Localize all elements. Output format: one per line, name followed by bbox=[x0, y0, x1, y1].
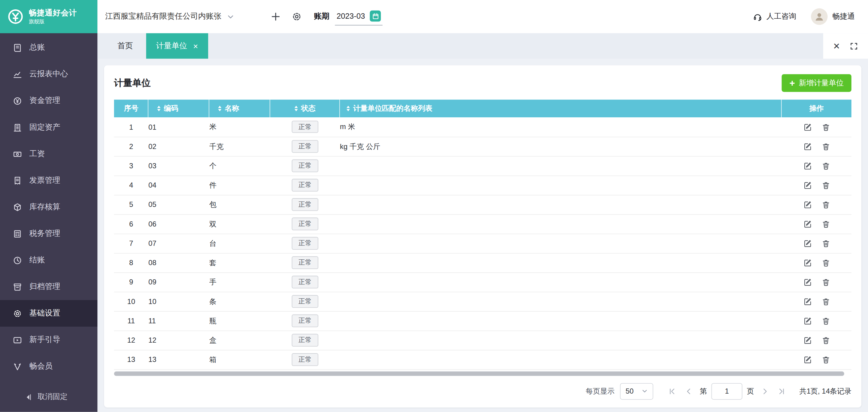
sidebar-item-2[interactable]: 云报表中心 bbox=[0, 61, 97, 88]
add-unit-button[interactable]: + 新增计量单位 bbox=[782, 74, 851, 92]
column-label: 操作 bbox=[809, 103, 824, 114]
prev-page-icon[interactable] bbox=[682, 385, 695, 398]
tab-2[interactable]: 计量单位× bbox=[146, 33, 208, 59]
sort-icon[interactable] bbox=[294, 106, 298, 111]
topbar-right: 人工咨询 畅捷通 bbox=[752, 8, 855, 25]
edit-icon[interactable] bbox=[803, 355, 812, 364]
sort-icon[interactable] bbox=[346, 106, 350, 111]
edit-icon[interactable] bbox=[803, 123, 812, 131]
sidebar-item-label: 资金管理 bbox=[29, 96, 60, 106]
delete-icon[interactable] bbox=[821, 278, 830, 287]
sort-icon[interactable] bbox=[218, 106, 221, 111]
edit-icon[interactable] bbox=[803, 220, 812, 228]
delete-icon[interactable] bbox=[821, 297, 830, 306]
sidebar-item-7[interactable]: 库存核算 bbox=[0, 194, 97, 220]
invoice-icon bbox=[13, 176, 22, 185]
column-header-2[interactable]: 编码 bbox=[148, 99, 209, 117]
gear-icon[interactable] bbox=[292, 12, 302, 22]
sidebar-item-10[interactable]: 归档管理 bbox=[0, 274, 97, 300]
delete-icon[interactable] bbox=[821, 355, 830, 364]
sidebar-item-11[interactable]: 基础设置 bbox=[0, 300, 97, 327]
unpin-sidebar-button[interactable]: 取消固定 bbox=[0, 382, 97, 412]
page-number-input[interactable] bbox=[711, 383, 743, 399]
edit-icon[interactable] bbox=[803, 297, 812, 306]
sidebar-item-6[interactable]: 发票管理 bbox=[0, 167, 97, 194]
next-page-icon[interactable] bbox=[758, 385, 772, 398]
fullscreen-icon[interactable] bbox=[849, 42, 858, 51]
per-page-label: 每页显示 bbox=[586, 386, 614, 396]
sidebar-item-12[interactable]: 新手引导 bbox=[0, 327, 97, 353]
delete-icon[interactable] bbox=[821, 220, 830, 228]
sidebar-item-9[interactable]: 结账 bbox=[0, 247, 97, 274]
cell-seq: 11 bbox=[114, 311, 148, 330]
avatar[interactable] bbox=[811, 8, 827, 25]
cell-actions bbox=[782, 330, 851, 350]
edit-icon[interactable] bbox=[803, 200, 812, 209]
sidebar-item-3[interactable]: 资金管理 bbox=[0, 88, 97, 114]
username[interactable]: 畅捷通 bbox=[832, 12, 855, 22]
calendar-icon bbox=[370, 10, 381, 22]
status-badge: 正常 bbox=[292, 276, 318, 288]
cell-actions bbox=[782, 137, 851, 156]
add-account-icon[interactable] bbox=[271, 12, 281, 22]
support-button[interactable]: 人工咨询 bbox=[752, 12, 796, 22]
tab-close-icon[interactable]: × bbox=[193, 42, 198, 51]
edit-icon[interactable] bbox=[803, 258, 812, 267]
tab-bar: 首页计量单位× bbox=[104, 33, 208, 59]
add-unit-button-label: 新增计量单位 bbox=[799, 78, 844, 88]
delete-icon[interactable] bbox=[821, 336, 830, 345]
delete-icon[interactable] bbox=[821, 317, 830, 325]
column-header-6: 操作 bbox=[782, 99, 851, 117]
sidebar-item-1[interactable]: 总账 bbox=[0, 34, 97, 61]
cell-code: 09 bbox=[148, 272, 209, 292]
close-tab-icon[interactable]: × bbox=[833, 40, 840, 52]
edit-icon[interactable] bbox=[803, 142, 812, 151]
delete-icon[interactable] bbox=[821, 239, 830, 248]
page-suffix: 页 bbox=[747, 386, 754, 396]
delete-icon[interactable] bbox=[821, 258, 830, 267]
period-picker[interactable]: 2023-03 bbox=[335, 8, 383, 26]
salary-icon bbox=[13, 149, 22, 159]
column-header-5[interactable]: 计量单位匹配的名称列表 bbox=[340, 99, 782, 117]
sidebar-item-4[interactable]: 固定资产 bbox=[0, 114, 97, 140]
company-selector[interactable]: 江西服宝精品有限责任公司内账张 bbox=[105, 12, 234, 22]
delete-icon[interactable] bbox=[821, 123, 830, 131]
cell-aliases bbox=[340, 253, 782, 272]
first-page-icon[interactable] bbox=[665, 385, 679, 398]
cell-status: 正常 bbox=[270, 272, 340, 292]
edit-icon[interactable] bbox=[803, 317, 812, 325]
table-header-row: 序号编码名称状态计量单位匹配的名称列表操作 bbox=[114, 99, 851, 117]
cell-aliases bbox=[340, 311, 782, 330]
table-row-12: 1212盒正常 bbox=[114, 330, 851, 350]
scrollbar-thumb[interactable] bbox=[114, 371, 844, 376]
cell-aliases bbox=[340, 330, 782, 350]
sidebar-item-label: 云报表中心 bbox=[29, 69, 68, 79]
cell-actions bbox=[782, 234, 851, 253]
sort-icon[interactable] bbox=[157, 106, 160, 111]
status-badge: 正常 bbox=[292, 179, 318, 192]
cell-status: 正常 bbox=[270, 253, 340, 272]
status-badge: 正常 bbox=[292, 315, 318, 327]
edit-icon[interactable] bbox=[803, 278, 812, 287]
edit-icon[interactable] bbox=[803, 336, 812, 345]
tab-1[interactable]: 首页 bbox=[104, 33, 146, 59]
delete-icon[interactable] bbox=[821, 162, 830, 170]
delete-icon[interactable] bbox=[821, 181, 830, 190]
horizontal-scrollbar[interactable] bbox=[114, 371, 851, 376]
edit-icon[interactable] bbox=[803, 181, 812, 190]
sidebar-item-13[interactable]: 畅会员 bbox=[0, 353, 97, 380]
sidebar-item-8[interactable]: 税务管理 bbox=[0, 220, 97, 247]
cell-aliases bbox=[340, 350, 782, 369]
edit-icon[interactable] bbox=[803, 162, 812, 170]
delete-icon[interactable] bbox=[821, 200, 830, 209]
last-page-icon[interactable] bbox=[775, 385, 788, 398]
column-header-3[interactable]: 名称 bbox=[209, 99, 270, 117]
company-name: 江西服宝精品有限责任公司内账张 bbox=[105, 12, 221, 22]
column-header-4[interactable]: 状态 bbox=[270, 99, 340, 117]
delete-icon[interactable] bbox=[821, 142, 830, 151]
edit-icon[interactable] bbox=[803, 239, 812, 248]
sidebar-item-5[interactable]: 工资 bbox=[0, 140, 97, 167]
cell-code: 13 bbox=[148, 350, 209, 369]
cell-seq: 8 bbox=[114, 253, 148, 272]
per-page-select[interactable]: 50 bbox=[620, 383, 653, 399]
